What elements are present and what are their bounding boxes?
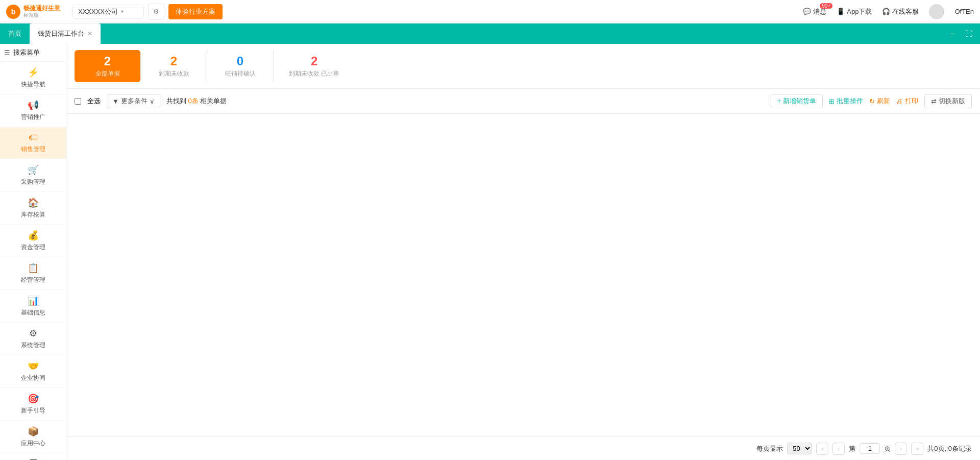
stat-shipped-label: 到期未收款 已出库 — [289, 69, 339, 78]
quick-nav-label: 快捷导航 — [21, 80, 45, 89]
app-center-label: 应用中心 — [21, 439, 45, 448]
app-download-label: App下载 — [847, 7, 872, 16]
logo-icon: b — [6, 5, 20, 19]
guide-label: 新手引导 — [21, 406, 45, 415]
online-service-button[interactable]: 🎧 在线客服 — [882, 7, 919, 16]
stat-all-number: 2 — [104, 54, 111, 68]
switch-version-button[interactable]: ⇄ 切换新版 — [924, 94, 972, 108]
tab-bar-actions: ─ ⛶ — [946, 28, 980, 40]
found-suffix: 相关单据 — [200, 97, 227, 105]
content-area: 2 全部单据 2 到期未收款 0 旺铺待确认 2 到期未收款 已出库 全选 — [66, 44, 980, 460]
search-menu-button[interactable]: ☰ 搜索菜单 — [0, 44, 66, 62]
online-service-label: 在线客服 — [892, 7, 919, 16]
refresh-label: 刷新 — [877, 96, 890, 106]
operations-label: 经营管理 — [21, 276, 45, 284]
avatar[interactable] — [929, 4, 944, 19]
page-suffix: 页 — [884, 444, 891, 453]
service-icon: 🎧 — [882, 8, 890, 15]
basic-info-icon: 📊 — [28, 295, 39, 306]
prev-page-button[interactable]: ‹ — [832, 443, 845, 455]
stat-overdue-number: 2 — [170, 54, 177, 68]
next-page-button[interactable]: › — [895, 443, 907, 455]
purchase-label: 采购管理 — [21, 178, 45, 186]
sidebar-item-purchase[interactable]: 🛒 采购管理 — [0, 159, 66, 192]
gear-icon: ⚙ — [153, 8, 159, 15]
marketing-label: 营销推广 — [21, 113, 45, 122]
new-order-button[interactable]: + 新增销货单 — [771, 94, 823, 108]
table-area — [66, 114, 980, 437]
page-label: 第 — [849, 444, 855, 453]
pagination-bar: 每页显示 50 « ‹ 第 页 › » 共0页, 0条记录 — [66, 437, 980, 460]
sidebar-item-operations[interactable]: 📋 经营管理 — [0, 257, 66, 290]
sidebar-item-marketing[interactable]: 📢 营销推广 — [0, 94, 66, 127]
cooperation-label: 企业协同 — [21, 374, 45, 382]
stat-card-pending[interactable]: 0 旺铺待确认 — [207, 50, 274, 82]
sidebar-item-app-center[interactable]: 📦 应用中心 — [0, 421, 66, 453]
finance-icon: 💰 — [28, 230, 39, 241]
batch-op-button[interactable]: ⊞ 批量操作 — [829, 96, 863, 106]
stat-card-all[interactable]: 2 全部单据 — [75, 50, 141, 82]
app-download-button[interactable]: 📱 App下载 — [837, 7, 872, 16]
settings-button[interactable]: ⚙ — [148, 4, 164, 20]
stat-overdue-label: 到期未收款 — [159, 69, 189, 78]
operations-icon: 📋 — [28, 262, 39, 274]
filter-button[interactable]: ▼ 更多条件 ∨ — [107, 94, 160, 108]
sidebar-item-inventory[interactable]: 🏠 库存核算 — [0, 192, 66, 225]
print-label: 打印 — [905, 96, 918, 106]
stats-cards: 2 全部单据 2 到期未收款 0 旺铺待确认 2 到期未收款 已出库 — [66, 44, 980, 89]
tab-bar: 首页 钱货日清工作台 ✕ ─ ⛶ — [0, 23, 980, 44]
search-menu-label: 搜索菜单 — [13, 48, 40, 57]
tab-work-station[interactable]: 钱货日清工作台 ✕ — [30, 23, 101, 44]
work-station-tab-label: 钱货日清工作台 — [38, 29, 84, 38]
finance-label: 资金管理 — [21, 243, 45, 252]
refresh-icon: ↻ — [869, 98, 875, 105]
purchase-icon: 🛒 — [28, 164, 39, 176]
stat-pending-number: 0 — [237, 54, 243, 68]
last-page-button[interactable]: » — [911, 443, 923, 455]
home-tab-label: 首页 — [8, 29, 21, 38]
cooperation-icon: 🤝 — [28, 360, 39, 372]
batch-op-label: 批量操作 — [837, 96, 863, 106]
toolbar-right: + 新增销货单 ⊞ 批量操作 ↻ 刷新 🖨 打印 ⇄ 切换新版 — [771, 94, 972, 108]
stat-pending-label: 旺铺待确认 — [225, 69, 256, 78]
tab-home[interactable]: 首页 — [0, 23, 30, 44]
per-page-select[interactable]: 50 — [787, 443, 812, 454]
stat-card-overdue[interactable]: 2 到期未收款 — [141, 50, 207, 82]
refresh-button[interactable]: ↻ 刷新 — [869, 96, 890, 106]
sidebar-item-cooperation[interactable]: 🤝 企业协同 — [0, 355, 66, 388]
stat-all-label: 全部单据 — [95, 69, 120, 78]
total-info: 共0页, 0条记录 — [927, 444, 972, 453]
company-name: XXXXXX公司 — [78, 7, 118, 16]
select-all-checkbox[interactable] — [75, 98, 81, 105]
chevron-down-icon: ▾ — [121, 9, 124, 14]
found-prefix: 共找到 — [166, 97, 186, 105]
stat-shipped-number: 2 — [311, 54, 317, 68]
sales-icon: 🏷 — [29, 132, 38, 143]
sidebar-item-quick-nav[interactable]: ⚡ 快捷导航 — [0, 62, 66, 94]
basic-info-label: 基础信息 — [21, 308, 45, 317]
page-input[interactable] — [860, 443, 880, 454]
system-label: 系统管理 — [21, 341, 45, 350]
logo-main-text: 畅捷通好生意 — [23, 5, 60, 12]
phone-icon: 📱 — [837, 8, 845, 15]
message-icon: 💬 — [803, 8, 811, 15]
tab-maximize-button[interactable]: ⛶ — [963, 28, 975, 40]
experience-button[interactable]: 体验行业方案 — [168, 4, 223, 19]
sidebar-item-basic-info[interactable]: 📊 基础信息 — [0, 290, 66, 323]
found-text: 共找到 0条 相关单据 — [166, 96, 227, 106]
print-button[interactable]: 🖨 打印 — [896, 96, 918, 106]
stat-card-shipped[interactable]: 2 到期未收款 已出库 — [274, 50, 355, 82]
sidebar-item-finance[interactable]: 💰 资金管理 — [0, 225, 66, 257]
sidebar-item-system[interactable]: ⚙ 系统管理 — [0, 323, 66, 355]
main-layout: ☰ 搜索菜单 ⚡ 快捷导航 📢 营销推广 🏷 销售管理 🛒 采购管理 🏠 库存核… — [0, 44, 980, 460]
message-badge: 99+ — [820, 3, 832, 9]
tab-minimize-button[interactable]: ─ — [946, 28, 959, 40]
tab-close-icon[interactable]: ✕ — [87, 30, 92, 37]
first-page-button[interactable]: « — [816, 443, 828, 455]
sidebar-item-guide[interactable]: 🎯 新手引导 — [0, 388, 66, 421]
company-selector[interactable]: XXXXXX公司 ▾ — [72, 5, 144, 19]
sidebar-item-sales[interactable]: 🏷 销售管理 — [0, 127, 66, 159]
switch-icon: ⇄ — [931, 98, 937, 105]
message-button[interactable]: 💬 消息 99+ — [803, 7, 826, 16]
sidebar-item-wechat[interactable]: 💬 企业微信 — [0, 453, 66, 460]
